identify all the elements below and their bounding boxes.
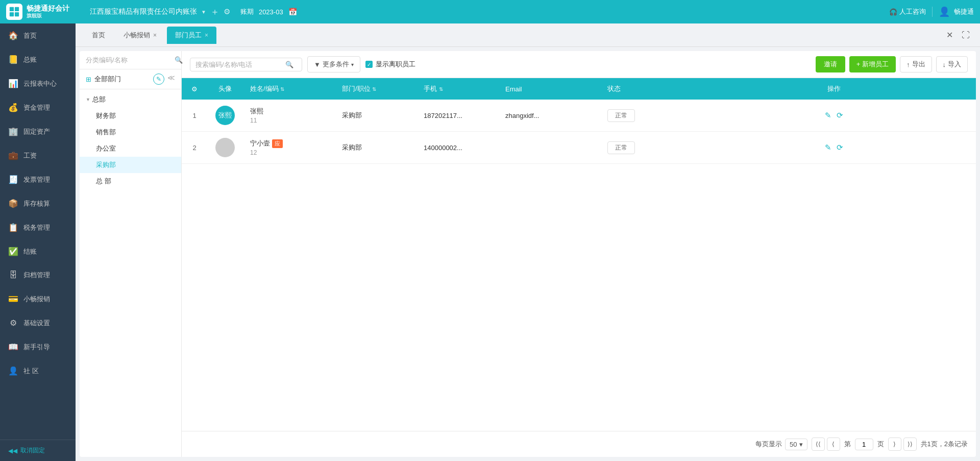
dept-node-finance[interactable]: 财务部 (80, 108, 181, 124)
sidebar-label-tax: 税务管理 (23, 223, 50, 232)
page-first-btn[interactable]: ⟨⟨ (812, 438, 825, 451)
headset-icon: 🎧 (889, 8, 897, 16)
export-label: 导出 (912, 60, 925, 69)
sidebar-item-assets[interactable]: 🏢 固定资产 (0, 119, 76, 143)
cancel-pin-btn[interactable]: ◀◀ 取消固定 (0, 440, 76, 461)
dept-node-sales[interactable]: 销售部 (80, 124, 181, 140)
sidebar-item-expense[interactable]: 💳 小畅报销 (0, 287, 76, 311)
show-resigned-area[interactable]: ✓ 显示离职员工 (365, 60, 415, 69)
show-resigned-checkbox[interactable]: ✓ (365, 61, 373, 68)
sidebar-item-archive[interactable]: 🗄 归档管理 (0, 263, 76, 287)
tab-expense[interactable]: 小畅报销 × (115, 27, 165, 44)
edit-employee-btn[interactable]: ✎ (825, 143, 831, 152)
sidebar-item-invoice[interactable]: 🧾 发票管理 (0, 167, 76, 191)
sidebar-item-settings[interactable]: ⚙ 基础设置 (0, 311, 76, 335)
tab-dept-close[interactable]: × (205, 32, 208, 39)
content-area: 首页 小畅报销 × 部门员工 × ✕ ⛶ 🔍 (76, 23, 980, 461)
close-tab-icon[interactable]: ✕ (943, 29, 955, 41)
col-settings-header[interactable]: ⚙ (182, 78, 207, 100)
all-dept-label[interactable]: ⊞ 全部部门 (86, 75, 121, 84)
status-cell: 正常 (600, 100, 692, 132)
sidebar-item-salary[interactable]: 💼 工资 (0, 143, 76, 167)
col-phone-header[interactable]: 手机 ⇅ (416, 78, 498, 100)
dept-node-office[interactable]: 办公室 (80, 140, 181, 157)
name-code-cell: 张熙 11 (243, 100, 335, 132)
expand-icon[interactable]: ⛶ (960, 29, 972, 41)
sidebar-label-ledger: 总账 (23, 55, 37, 64)
company-selector[interactable]: 江西服宝精品有限责任公司内账张 ▼ ＋ ⚙ (90, 6, 230, 18)
collapse-icon[interactable]: ≪ (167, 74, 175, 85)
page-prev-btn[interactable]: ⟨ (827, 438, 840, 451)
sidebar-item-funds[interactable]: 💰 资金管理 (0, 95, 76, 119)
col-name-header[interactable]: 姓名/编码 ⇅ (243, 78, 335, 100)
sidebar-item-tax[interactable]: 📋 税务管理 (0, 215, 76, 239)
tab-dept-label: 部门员工 (175, 31, 202, 40)
page-size-selector[interactable]: 50 ▾ (785, 439, 807, 450)
import-btn[interactable]: ↓ 导入 (936, 56, 968, 72)
sidebar-label-inventory: 库存核算 (23, 199, 50, 208)
sidebar-item-settle[interactable]: ✅ 结账 (0, 239, 76, 263)
more-employee-btn[interactable]: ⟳ (837, 143, 843, 152)
col-email-header: Email (498, 78, 600, 100)
dept-node-purchase[interactable]: 采购部 (80, 157, 181, 173)
tab-home[interactable]: 首页 (84, 27, 113, 44)
top-header: 畅捷通好会计 旗舰版 江西服宝精品有限责任公司内账张 ▼ ＋ ⚙ 账期 2023… (0, 0, 980, 23)
dept-col-label: 部门/职位 (342, 85, 371, 92)
user-area[interactable]: 👤 畅捷通 (939, 6, 974, 17)
filter-dropdown-icon: ▾ (351, 62, 354, 67)
col-actions-header: 操作 (692, 78, 976, 100)
emp-search-input[interactable] (195, 61, 282, 68)
page-size-dropdown-icon: ▾ (799, 441, 803, 448)
employee-avatar: 张熙 (215, 106, 235, 125)
tab-dept-emp[interactable]: 部门员工 × (167, 27, 216, 44)
dept-sort-icon: ⇅ (372, 86, 376, 92)
page-next-btn[interactable]: ⟩ (888, 438, 901, 451)
phone-col-label: 手机 (424, 85, 437, 92)
name-col-label: 姓名/编码 (250, 85, 279, 92)
sidebar-item-inventory[interactable]: 📦 库存核算 (0, 191, 76, 215)
dept-search-input[interactable] (86, 56, 172, 64)
dept-node-root[interactable]: ▼ 总部 (80, 91, 181, 108)
dept-cell: 采购部 (335, 132, 416, 164)
name-code-cell: 宁小壹应 12 (243, 132, 335, 164)
add-dept-icon[interactable]: ✎ (153, 74, 164, 85)
add-employee-btn[interactable]: + 新增员工 (849, 56, 896, 72)
sidebar-label-settle: 结账 (23, 247, 37, 256)
sidebar-item-reports[interactable]: 📊 云报表中心 (0, 71, 76, 95)
add-company-btn[interactable]: ＋ (210, 6, 219, 18)
more-employee-btn[interactable]: ⟳ (837, 111, 843, 120)
service-btn[interactable]: 🎧 人工咨询 (889, 7, 926, 16)
calendar-icon[interactable]: 📅 (288, 8, 297, 16)
tab-expense-close[interactable]: × (153, 32, 157, 39)
sidebar-item-ledger[interactable]: 📒 总账 (0, 47, 76, 71)
emp-search-icon[interactable]: 🔍 (285, 61, 293, 68)
user-avatar-icon: 👤 (939, 6, 950, 17)
sidebar-item-community[interactable]: 👤 社 区 (0, 359, 76, 383)
assets-icon: 🏢 (8, 127, 18, 136)
filter-btn[interactable]: ▼ 更多条件 ▾ (307, 56, 360, 72)
company-settings-icon[interactable]: ⚙ (224, 7, 230, 16)
status-cell: 正常 (600, 132, 692, 164)
page-number-input[interactable] (855, 439, 873, 450)
invite-btn[interactable]: 邀请 (816, 56, 845, 72)
page-last-btn[interactable]: ⟩⟩ (903, 438, 917, 451)
page-content: 🔍 ⊞ 全部部门 ✎ ≪ ▼ 总部 (80, 51, 976, 457)
export-btn[interactable]: ↑ 导出 (900, 56, 932, 72)
sidebar-item-home[interactable]: 🏠 首页 (0, 23, 76, 47)
cancel-pin-label: 取消固定 (20, 446, 45, 455)
guide-icon: 📖 (8, 342, 18, 352)
sidebar-item-guide[interactable]: 📖 新手引导 (0, 335, 76, 359)
col-dept-header[interactable]: 部门/职位 ⇅ (335, 78, 416, 100)
expense-icon: 💳 (8, 294, 18, 304)
tab-home-label: 首页 (92, 31, 105, 40)
sidebar-label-settings: 基础设置 (23, 319, 50, 328)
sidebar: 🏠 首页 📒 总账 📊 云报表中心 💰 资金管理 🏢 固定资产 💼 工资 🧾 发… (0, 23, 76, 461)
header-actions: 🎧 人工咨询 👤 畅捷通 (889, 6, 974, 17)
tab-bar: 首页 小畅报销 × 部门员工 × ✕ ⛶ (76, 23, 980, 47)
logo-area: 畅捷通好会计 旗舰版 (6, 4, 82, 20)
dept-node-hq[interactable]: 总 部 (80, 173, 181, 189)
edit-employee-btn[interactable]: ✎ (825, 111, 831, 120)
period-value: 2023-03 (259, 8, 283, 16)
employee-avatar (215, 138, 235, 157)
table-row: 2 宁小壹应 12 采购部 140000002... 正常 ✎ ⟳ (182, 132, 976, 164)
